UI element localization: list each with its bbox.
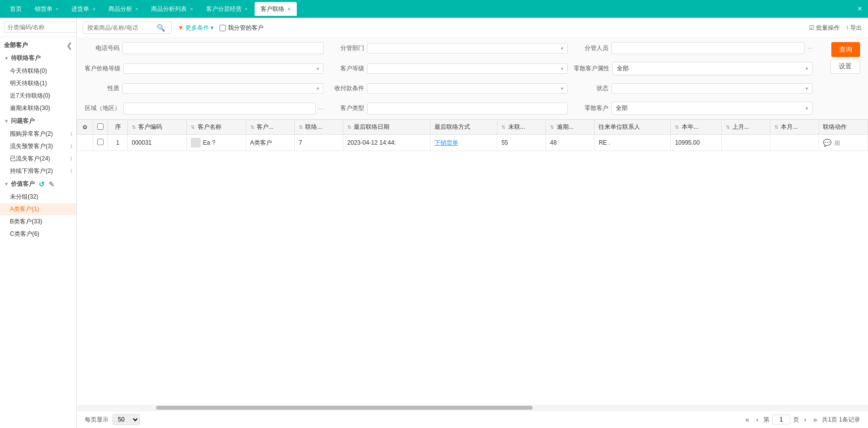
contact-sort-icon[interactable]: ⇅ <box>299 124 303 130</box>
sidebar-item-ungrouped[interactable]: 未分组(32) <box>0 191 76 203</box>
row-contact-person: RE . <box>598 139 610 146</box>
th-code: ⇅ 客户编码 <box>128 120 187 135</box>
code-sort-icon[interactable]: ⇅ <box>132 124 136 130</box>
settings-button[interactable]: 设置 <box>830 59 860 74</box>
retail-customer-select[interactable]: 全部 ▾ <box>611 102 813 115</box>
page-label: 第 <box>763 416 769 424</box>
customer-type-input[interactable] <box>367 103 568 114</box>
nav-customer-tier[interactable]: 客户分层经营 × <box>200 2 254 16</box>
sidebar-item-churned[interactable]: 已流失客户(24) ℹ <box>0 153 76 165</box>
filter-search-input[interactable] <box>87 24 157 31</box>
this-month-sort-icon[interactable]: ⇅ <box>774 124 778 130</box>
value-refresh-icon[interactable]: ↺ <box>39 180 45 188</box>
sidebar-item-declining-label: 持续下滑客户(2) <box>10 167 53 175</box>
overdue-sort-icon[interactable]: ⇅ <box>550 124 554 130</box>
nav-goods-list[interactable]: 商品分析列表 × <box>145 2 199 16</box>
nav-goods-analysis-close[interactable]: × <box>135 6 138 12</box>
sidebar-item-abnormal[interactable]: 囤购异常客户(2) ℹ <box>0 128 76 140</box>
retail-attr-select[interactable]: 全部 ▾ <box>612 62 813 75</box>
page-number-input[interactable] <box>772 415 790 425</box>
customer-level-chevron-icon: ▾ <box>561 66 563 71</box>
window-close-button[interactable]: × <box>856 2 864 15</box>
page-next-button[interactable]: › <box>802 415 809 425</box>
nav-goods-list-close[interactable]: × <box>190 6 193 12</box>
customer-level-label: 客户等级 <box>329 64 364 73</box>
sidebar-search-input[interactable] <box>4 22 77 33</box>
region-dots-icon[interactable]: ··· <box>319 105 324 112</box>
sidebar-item-class-c[interactable]: C类客户(6) <box>0 228 76 240</box>
sidebar-section-pending[interactable]: ▼ 待联络客户 <box>0 52 76 65</box>
sidebar-item-class-b[interactable]: B类客户(33) <box>0 215 76 228</box>
sidebar-item-overdue[interactable]: 逾期未联络(30) <box>0 102 76 114</box>
nav-purchase-close[interactable]: × <box>92 6 95 12</box>
scrollbar-thumb[interactable] <box>156 406 533 410</box>
row-last-date: 2023-04-12 14:44: <box>347 139 396 146</box>
sidebar-all-customers-header[interactable]: 全部客户 ❮ <box>0 37 76 52</box>
last-month-sort-icon[interactable]: ⇅ <box>726 124 730 130</box>
th-gear: ⚙ <box>77 120 93 135</box>
payment-select[interactable]: ▾ <box>367 83 568 94</box>
filter-search-icon[interactable]: 🔍 <box>157 24 165 32</box>
my-customers-checkbox[interactable] <box>219 25 226 31</box>
export-button[interactable]: ↑ 导出 <box>846 24 862 32</box>
page-first-button[interactable]: « <box>743 415 751 425</box>
my-customers-checkbox-wrap[interactable]: 我分管的客户 <box>219 24 264 32</box>
th-last-month-label: 上月... <box>732 123 749 130</box>
phone-input[interactable] <box>122 42 324 54</box>
customer-table: ⚙ 序 ⇅ 客户编码 ⇅ <box>77 119 868 151</box>
sidebar-collapse-icon[interactable]: ❮ <box>66 42 72 50</box>
gear-icon[interactable]: ⚙ <box>82 124 88 131</box>
td-last-method: 下销货单 <box>430 135 497 151</box>
batch-ops-button[interactable]: ☑ 批量操作 <box>809 24 840 32</box>
page-last-button[interactable]: » <box>812 415 819 425</box>
type-sort-icon[interactable]: ⇅ <box>250 124 254 130</box>
payment-chevron-icon: ▾ <box>561 86 563 91</box>
th-name-label: 客户名称 <box>198 123 221 130</box>
sidebar-section-value[interactable]: ▼ 价值客户 ↺ ✎ <box>0 177 76 191</box>
customer-level-select[interactable]: ▾ <box>367 63 568 74</box>
filter-field-phone: 电话号码 <box>85 42 324 54</box>
horizontal-scrollbar[interactable] <box>77 405 868 411</box>
value-edit-icon[interactable]: ✎ <box>49 180 54 188</box>
page-size-select[interactable]: 20 50 100 200 <box>112 414 140 425</box>
this-year-sort-icon[interactable]: ⇅ <box>675 124 679 130</box>
sidebar-item-tomorrow[interactable]: 明天待联络(1) <box>0 77 76 90</box>
sidebar-item-today[interactable]: 今天待联络(0) <box>0 65 76 77</box>
sidebar-section-problem[interactable]: ▼ 问题客户 <box>0 114 76 128</box>
price-level-select[interactable]: ▾ <box>123 63 324 74</box>
nav-customer-tier-close[interactable]: × <box>245 6 248 12</box>
nav-sales[interactable]: 销货单 × <box>29 2 64 16</box>
query-button[interactable]: 查询 <box>831 42 860 57</box>
grid-icon[interactable]: ⊞ <box>834 139 840 147</box>
status-select[interactable]: ▾ <box>611 83 813 94</box>
info-icon-declining: ℹ <box>70 168 72 174</box>
not-contact-sort-icon[interactable]: ⇅ <box>501 124 505 130</box>
filter-more-conditions[interactable]: ▼ 更多条件 ▾ <box>178 24 214 32</box>
td-this-year: 10995.00 <box>671 135 721 151</box>
sidebar-item-churn-warning[interactable]: 流失预警客户(3) ℹ <box>0 140 76 153</box>
sidebar-item-7days[interactable]: 近7天待联络(0) <box>0 90 76 102</box>
dept-select[interactable]: ▾ <box>367 43 568 54</box>
td-overdue: 48 <box>546 135 595 151</box>
last-date-sort-icon[interactable]: ⇅ <box>347 124 351 130</box>
td-gear <box>77 135 93 151</box>
row-last-method[interactable]: 下销货单 <box>434 139 458 146</box>
nav-home[interactable]: 首页 <box>4 2 28 16</box>
page-prev-button[interactable]: ‹ <box>754 415 760 425</box>
nav-goods-analysis[interactable]: 商品分析 × <box>103 2 144 16</box>
region-input[interactable] <box>123 103 316 114</box>
manager-dots-icon[interactable]: ··· <box>808 45 813 52</box>
manager-input[interactable] <box>611 42 805 54</box>
row-checkbox[interactable] <box>97 139 104 145</box>
select-all-checkbox[interactable] <box>97 123 104 130</box>
sidebar-item-class-a[interactable]: A类客户(1) <box>0 203 76 215</box>
chat-icon[interactable]: 💬 <box>823 139 831 147</box>
nav-customer-contact-close[interactable]: × <box>287 6 290 12</box>
filter-row-3: 性质 ▾ 收付款条件 ▾ <box>85 83 813 94</box>
nav-customer-contact[interactable]: 客户联络 × <box>255 2 296 16</box>
nature-select[interactable]: ▾ <box>122 83 324 94</box>
name-sort-icon[interactable]: ⇅ <box>191 124 195 130</box>
nav-purchase[interactable]: 进货单 × <box>65 2 101 16</box>
sidebar-item-declining[interactable]: 持续下滑客户(2) ℹ <box>0 165 76 177</box>
nav-sales-close[interactable]: × <box>55 6 58 12</box>
